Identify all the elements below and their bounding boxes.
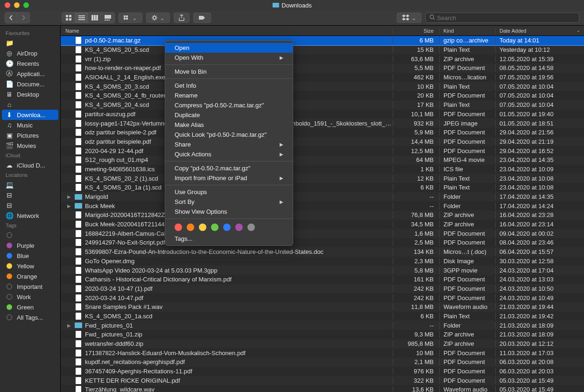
minimize-button[interactable] xyxy=(14,2,20,8)
file-row[interactable]: odz partitur beispiele.pdf14,4 MBPDF Doc… xyxy=(61,137,584,147)
file-row[interactable]: Fwd_ pictures_01.zip9,3 MBZIP archive21.… xyxy=(61,330,584,339)
sidebar-item[interactable]: Blue xyxy=(0,251,60,261)
file-row[interactable]: ASIO4ALL_2_14_English.exe462 KBMicros…li… xyxy=(61,73,584,82)
file-row[interactable]: KETTE DER RICKE ORIGINAL.pdf322 KBPDF Do… xyxy=(61,376,584,385)
sidebar-item[interactable]: ♫Music xyxy=(0,120,60,130)
tag-color-button[interactable] xyxy=(175,224,182,231)
file-row[interactable]: KS_4_SOMS_20_2 (1).scd12 KBPlain Text23.… xyxy=(61,174,584,183)
context-menu-item[interactable]: Open xyxy=(165,43,293,53)
file-row[interactable]: 2020-03-24 10-47 (1).pdf242 KBPDF Docume… xyxy=(61,284,584,294)
list-body[interactable]: pd-0.50-2.mac.tar.gz6 MBgzip co…archiveT… xyxy=(61,36,584,392)
tag-color-button[interactable] xyxy=(187,224,194,231)
file-row[interactable]: lossy-page1-1742px-Vertumnus_årstidernas… xyxy=(61,119,584,128)
file-row[interactable]: 249914297-No-Exit-Script.pdf2,5 MBPDF Do… xyxy=(61,238,584,247)
tag-color-button[interactable] xyxy=(235,224,243,231)
file-row[interactable]: Marigold-20200416T212842Z-001.zip76,8 MB… xyxy=(61,210,584,220)
sidebar-item[interactable]: 🖥Desktop xyxy=(0,89,60,99)
context-menu-item[interactable]: Show View Options xyxy=(165,207,293,217)
file-row[interactable]: KS_4_SOMS_20_4.scd17 KBPlain Text07.05.2… xyxy=(61,100,584,110)
sidebar-item[interactable]: 💻 xyxy=(0,180,60,190)
tags-button[interactable] xyxy=(193,13,211,23)
tag-color-button[interactable] xyxy=(223,224,231,231)
context-menu-item[interactable]: Compress "pd-0.50-2.mac.tar.gz" xyxy=(165,100,293,110)
file-row[interactable]: kupdf.net_recitations-aperghispdf.pdf2,1… xyxy=(61,357,584,367)
forward-button[interactable] xyxy=(17,13,29,23)
tag-color-button[interactable] xyxy=(199,224,206,231)
file-row[interactable]: KS_4_SOMS_20_1a.scd6 KBPlain Text21.03.2… xyxy=(61,312,584,321)
sidebar-item[interactable]: 🌐Network xyxy=(0,210,60,221)
file-row[interactable]: 171387822-Hanslick-Eduard-Vom-Musikalisc… xyxy=(61,348,584,357)
sidebar-item[interactable]: 🎬Movies xyxy=(0,140,60,151)
context-menu-item[interactable]: Move to Bin xyxy=(165,67,293,77)
sidebar-item[interactable]: Purple xyxy=(0,240,60,251)
context-menu-item[interactable]: Use Groups xyxy=(165,187,293,197)
dropbox-button[interactable]: ⌄ xyxy=(397,13,422,23)
sidebar-item[interactable]: All Tags... xyxy=(0,312,60,322)
file-row[interactable]: wetransfer-dddf60.zip985,8 MBZIP archive… xyxy=(61,339,584,349)
sidebar-item[interactable]: ⌂ xyxy=(0,99,60,110)
file-row[interactable]: meeting-94085601638.ics1 KBICS file23.04… xyxy=(61,165,584,174)
search-input[interactable] xyxy=(437,14,575,21)
file-row[interactable]: partitur-auszug.pdf10,1 MBPDF Document01… xyxy=(61,110,584,119)
file-row[interactable]: WhatsApp Video 2020-03-24 at 5.03.03 PM.… xyxy=(61,266,584,275)
file-row[interactable]: KS_4_SOMS_20_5.scd15 KBPlain TextYesterd… xyxy=(61,45,584,55)
sidebar-item[interactable]: ⊟ xyxy=(0,190,60,200)
sidebar-item[interactable]: Orange xyxy=(0,271,60,281)
context-menu-item[interactable]: Open With▶ xyxy=(165,53,293,63)
sidebar-item[interactable]: 🕑Recents xyxy=(0,58,60,69)
context-menu-item[interactable]: Share▶ xyxy=(165,140,293,149)
tag-color-button[interactable] xyxy=(211,224,218,231)
context-menu-item[interactable]: Import from iPhone or iPad▶ xyxy=(165,173,293,183)
file-row[interactable]: ▶Marigold--Folder17.04.2020 at 14:35 xyxy=(61,192,584,202)
context-menu-item[interactable]: Copy "pd-0.50-2.mac.tar.gz" xyxy=(165,163,293,173)
list-view-button[interactable] xyxy=(75,13,88,23)
column-date[interactable]: Date Added⌄ xyxy=(495,28,584,34)
sidebar-item[interactable]: Yellow xyxy=(0,261,60,271)
file-row[interactable]: 2020-04-29 12-44.pdf12,5 MBPDF Document2… xyxy=(61,146,584,155)
file-row[interactable]: pd-0.50-2.mac.tar.gz6 MBgzip co…archiveT… xyxy=(61,36,584,45)
context-menu-item[interactable]: Tags... xyxy=(165,234,293,244)
search-box[interactable] xyxy=(425,13,579,23)
sidebar-item[interactable]: 📄Docume... xyxy=(0,79,60,89)
file-row[interactable]: Catharsis - Historical-Critical Dictiona… xyxy=(61,275,584,284)
sidebar-item[interactable]: 📁 xyxy=(0,38,60,48)
column-kind[interactable]: Kind xyxy=(439,28,495,34)
file-row[interactable]: GoTo Opener.dmg2,3 MBDisk Image30.03.202… xyxy=(61,257,584,266)
context-menu-item[interactable]: Make Alias xyxy=(165,120,293,130)
sidebar-item[interactable]: ⒶApplicati... xyxy=(0,69,60,79)
column-size[interactable]: Size xyxy=(393,28,439,34)
gallery-view-button[interactable] xyxy=(101,13,114,23)
disclosure-triangle-icon[interactable]: ▶ xyxy=(67,203,72,209)
action-button[interactable]: ⌄ xyxy=(146,13,170,23)
context-menu-item[interactable]: Quick Actions▶ xyxy=(165,149,293,159)
disclosure-triangle-icon[interactable]: ▶ xyxy=(67,194,72,199)
file-row[interactable]: odz partitur beispiele-2.pdf5,9 MBPDF Do… xyxy=(61,128,584,137)
file-row[interactable]: ▶Buck Meek--Folder17.04.2020 at 14:24 xyxy=(61,201,584,210)
sidebar-item[interactable]: ⊟ xyxy=(0,200,60,210)
sidebar-item[interactable]: Green xyxy=(0,302,60,312)
icon-view-button[interactable] xyxy=(62,13,75,23)
file-row[interactable]: Tierzählung_wildcare.wav13,6 KBWaveform … xyxy=(61,385,584,392)
column-view-button[interactable] xyxy=(88,13,101,23)
file-row[interactable]: KS_4_SOMS_20_4_fb_router.pdf20 KBPDF Doc… xyxy=(61,91,584,100)
sidebar-item[interactable]: ◎AirDrop xyxy=(0,48,60,58)
share-button[interactable] xyxy=(174,13,190,23)
file-row[interactable]: Snare Samples Pack #1.wav11,8 MBWaveform… xyxy=(61,302,584,312)
column-name[interactable]: Name xyxy=(61,28,393,34)
tag-color-button[interactable] xyxy=(247,224,255,231)
context-menu-item[interactable]: Rename xyxy=(165,91,293,100)
sidebar-item[interactable]: Important xyxy=(0,281,60,292)
file-row[interactable]: vrr (1).zip63,6 MBZIP archive12.05.2020 … xyxy=(61,54,584,63)
group-button[interactable]: ⌄ xyxy=(119,13,142,23)
file-row[interactable]: KS_4_SOMS_20_3.scd10 KBPlain Text07.05.2… xyxy=(61,82,584,91)
disclosure-triangle-icon[interactable]: ▶ xyxy=(67,323,72,328)
file-row[interactable]: 53699807-Ezra-Pound-An-Introduction-to-t… xyxy=(61,247,584,257)
file-row[interactable]: KS_4_SOMS_20_1a (1).scd6 KBPlain Text23.… xyxy=(61,183,584,192)
sidebar-item[interactable]: ▣Pictures xyxy=(0,130,60,140)
file-row[interactable]: how-to-render-on-reaper.pdf5,5 MBPDF Doc… xyxy=(61,63,584,73)
sidebar-item[interactable]: Work xyxy=(0,292,60,302)
maximize-button[interactable] xyxy=(23,2,29,8)
file-row[interactable]: S12_rough cut_01.mp464 MBMPEG-4 movie23.… xyxy=(61,155,584,165)
context-menu-item[interactable]: Quick Look "pd-0.50-2.mac.tar.gz" xyxy=(165,130,293,140)
file-row[interactable]: Buck Meek-20200416T211449Z-001.zip34,5 M… xyxy=(61,220,584,229)
